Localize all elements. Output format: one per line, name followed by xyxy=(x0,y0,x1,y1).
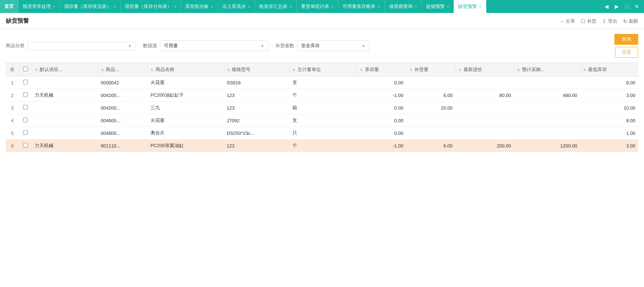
nav-close-button[interactable]: ✕ xyxy=(632,1,642,12)
table-body: 1 0000042 火花塞 SS816 支 0.00 8.00 2 力天机械 0… xyxy=(6,76,638,152)
row-replenish-qty xyxy=(406,76,455,89)
close-tab-9[interactable]: × xyxy=(415,4,417,9)
column-product-code[interactable]: ⇅ 商品... xyxy=(98,63,148,76)
product-name-sort-icon: ⇅ xyxy=(151,68,153,72)
tab-7[interactable]: 要货单统计表 × xyxy=(297,0,338,13)
row-checkbox[interactable] xyxy=(23,105,28,110)
column-latest-price[interactable]: ⇅ 最新进价 xyxy=(456,63,514,76)
column-unit[interactable]: ⇅ 主计量单位 xyxy=(290,63,357,76)
column-replenish-qty[interactable]: ⇅ 补货量 xyxy=(406,63,455,76)
row-unit: 支 xyxy=(290,114,357,127)
close-tab-2[interactable]: × xyxy=(113,4,116,9)
row-latest-price: 200.00 xyxy=(456,140,514,152)
column-settings-icon[interactable]: ⚙ xyxy=(6,63,19,76)
close-tab-4[interactable]: × xyxy=(211,4,213,9)
close-tab-7[interactable]: × xyxy=(331,4,334,9)
close-tab-8[interactable]: × xyxy=(378,4,380,9)
close-tab-11[interactable]: × xyxy=(479,4,481,9)
stock-sort-icon: ⇅ xyxy=(360,68,363,72)
replenish-value: 安全库存 xyxy=(301,43,320,49)
tab-10[interactable]: 超储预警 × xyxy=(422,0,454,13)
unit-sort-icon: ⇅ xyxy=(292,68,295,72)
share-button[interactable]: → 分享 xyxy=(559,18,575,25)
replenish-button[interactable]: ☐ 补货 xyxy=(581,18,596,25)
select-all-checkbox[interactable] xyxy=(23,67,28,71)
row-product-name: PC200油缸缸子 xyxy=(148,89,224,102)
tab-2[interactable]: 现存量（库存状况表） × xyxy=(60,0,120,13)
row-min-stock: 3.00 xyxy=(580,140,638,152)
tab-6[interactable]: 收发存汇总表 × xyxy=(255,0,296,13)
filter-bar: 商品分类 ▼ 数据源 可用量 ▼ 补货基数 安全库存 ▼ 查询 设置 xyxy=(0,29,644,63)
spec-sort-icon: ⇅ xyxy=(227,68,230,72)
export-icon: ⇩ xyxy=(602,18,606,24)
latest-price-sort-icon: ⇅ xyxy=(458,68,461,72)
row-latest-price xyxy=(456,127,514,140)
datasource-chevron-icon: ▼ xyxy=(261,44,264,48)
tab-8[interactable]: 可用量库存账本 × xyxy=(338,0,384,13)
row-checkbox[interactable] xyxy=(23,143,28,147)
nav-prev-button[interactable]: ◀ xyxy=(601,1,612,12)
row-min-stock: 1.00 xyxy=(580,127,638,140)
table-row: 3 004200... 三九 123 箱 0.00 20.00 10.00 xyxy=(6,102,638,114)
row-latest-price xyxy=(456,76,514,89)
tab-9[interactable]: 保质期查询 × xyxy=(385,0,422,13)
row-est-purchase xyxy=(514,127,580,140)
row-checkbox-cell xyxy=(19,114,32,127)
row-checkbox[interactable] xyxy=(23,80,28,84)
nav-next-button[interactable]: ▶ xyxy=(612,1,622,12)
close-tab-3[interactable]: × xyxy=(174,4,176,9)
export-button[interactable]: ⇩ 导出 xyxy=(602,18,617,25)
row-num: 1 xyxy=(6,76,19,89)
page-header: 缺货预警 → 分享 ☐ 补货 ⇩ 导出 ↻ 刷新 xyxy=(0,13,644,29)
column-spec[interactable]: ⇅ 规格型号 xyxy=(224,63,290,76)
tab-5[interactable]: 出入库流水 × xyxy=(218,0,255,13)
row-product-name: 火花塞 xyxy=(148,76,224,89)
close-tab-6[interactable]: × xyxy=(290,4,292,9)
product-code-sort-icon: ⇅ xyxy=(101,68,104,72)
header-actions: → 分享 ☐ 补货 ⇩ 导出 ↻ 刷新 xyxy=(559,18,638,25)
query-button[interactable]: 查询 xyxy=(614,34,638,45)
row-checkbox[interactable] xyxy=(23,92,28,97)
datasource-value: 可用量 xyxy=(164,43,178,49)
row-checkbox[interactable] xyxy=(23,130,28,135)
top-nav: 首页 拣货异常处理 × 现存量（库存状况表） × 现存量（库存分布表） × 库存… xyxy=(0,0,644,13)
category-select[interactable]: ▼ xyxy=(27,42,136,50)
row-min-stock: 8.00 xyxy=(580,76,638,89)
row-product-code: 004600... xyxy=(98,114,148,127)
row-stock: 0.00 xyxy=(357,114,406,127)
tab-3[interactable]: 现存量（库存分布表） × xyxy=(121,0,181,13)
replenish-select[interactable]: 安全库存 ▼ xyxy=(297,40,369,51)
column-supplier[interactable]: ⇅ 默认供应... xyxy=(32,63,98,76)
datasource-select[interactable]: 可用量 ▼ xyxy=(160,40,268,51)
setting-button[interactable]: 设置 xyxy=(615,47,638,58)
tab-4[interactable]: 库存批次账 × xyxy=(181,0,218,13)
tab-home[interactable]: 首页 xyxy=(0,0,18,13)
row-product-name: PC200张紧油缸 xyxy=(148,140,224,152)
category-chevron-icon: ▼ xyxy=(128,44,132,48)
column-min-stock[interactable]: ⇅ 最低库存 xyxy=(580,63,638,76)
row-num: 2 xyxy=(6,89,19,102)
page-container: 缺货预警 → 分享 ☐ 补货 ⇩ 导出 ↻ 刷新 商品分类 xyxy=(0,13,644,287)
close-tab-10[interactable]: × xyxy=(447,4,449,9)
row-replenish-qty: 20.00 xyxy=(406,102,455,114)
column-stock[interactable]: ⇅ 库存量 xyxy=(357,63,406,76)
nav-restore-button[interactable]: □ xyxy=(622,1,632,12)
share-icon: → xyxy=(559,18,564,24)
close-tab-5[interactable]: × xyxy=(248,4,250,9)
row-latest-price xyxy=(456,114,514,127)
row-replenish-qty: 6.00 xyxy=(406,89,455,102)
row-est-purchase xyxy=(514,102,580,114)
row-checkbox[interactable] xyxy=(23,118,28,122)
row-latest-price: 80.00 xyxy=(456,89,514,102)
row-product-code: 801110... xyxy=(98,140,148,152)
refresh-button[interactable]: ↻ 刷新 xyxy=(623,18,638,25)
tab-1[interactable]: 拣货异常处理 × xyxy=(18,0,60,13)
column-est-purchase[interactable]: ⇅ 预计采购... xyxy=(514,63,580,76)
nav-controls: ◀ ▶ □ ✕ xyxy=(601,1,644,12)
est-purchase-sort-icon: ⇅ xyxy=(517,68,520,72)
row-stock: -1.00 xyxy=(357,89,406,102)
column-product-name[interactable]: ⇅ 商品名称 xyxy=(148,63,224,76)
close-tab-1[interactable]: × xyxy=(53,4,55,9)
tab-11[interactable]: 缺货预警 × xyxy=(454,0,486,13)
row-product-code: 0000042 xyxy=(98,76,148,89)
